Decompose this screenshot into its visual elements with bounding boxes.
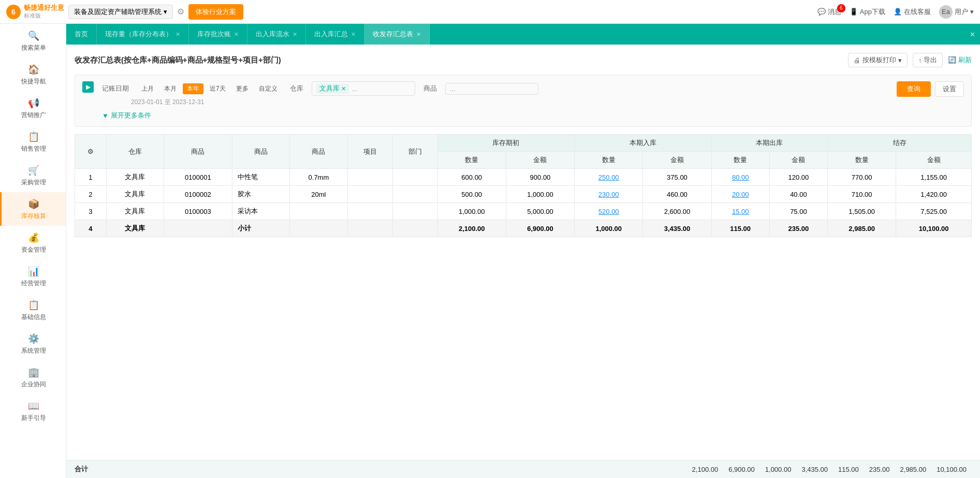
tab-recv-send[interactable]: 收发存汇总表 ✕ xyxy=(364,24,430,45)
user-item[interactable]: Ea 用户 ▾ xyxy=(939,5,974,19)
tab-home[interactable]: 首页 xyxy=(66,24,97,45)
row-out-qty[interactable]: 20.00 xyxy=(711,186,769,203)
row-out-qty[interactable]: 80.00 xyxy=(711,169,769,186)
sidebar-label-operation: 经营管理 xyxy=(21,279,46,288)
shortcut-7days[interactable]: 近7天 xyxy=(206,83,230,94)
experience-button[interactable]: 体验行业方案 xyxy=(188,4,243,20)
footer-totals: 2,100.00 6,900.00 1,000.00 3,435.00 115.… xyxy=(98,466,972,473)
tab-inventory-dist-label: 现存量（库存分布表） xyxy=(105,30,172,39)
row-dept xyxy=(392,169,437,186)
date-range-display: 2023-01-01 至 2023-12-31 xyxy=(131,98,204,107)
row-open-amt: 900.00 xyxy=(506,169,574,186)
col-header-in: 本期入库 xyxy=(575,135,712,152)
goods-filter-input[interactable]: ... xyxy=(445,83,538,95)
tab-inventory-dist-close[interactable]: ✕ xyxy=(175,31,180,38)
sidebar-item-sales[interactable]: 📋 销售管理 xyxy=(0,125,66,158)
goods-filter-more[interactable]: ... xyxy=(450,85,456,93)
sidebar-item-basic[interactable]: 📋 基础信息 xyxy=(0,293,66,327)
row-out-qty[interactable]: 15.00 xyxy=(711,203,769,220)
system-selector[interactable]: 装备及固定资产辅助管理系统 ▾ xyxy=(68,5,173,19)
export-icon: ↑ xyxy=(918,56,922,64)
warehouse-filter-input[interactable]: 文具库 ✕ ... xyxy=(312,81,415,96)
query-button[interactable]: 查询 xyxy=(897,81,931,97)
sidebar-item-search[interactable]: 🔍 搜索菜单 xyxy=(0,24,66,57)
logo-icon: 6 xyxy=(6,5,21,19)
message-item[interactable]: 💬 消息 6 xyxy=(817,7,841,17)
filter-row-1: 记账日期 上月 本月 本年 近7天 更多 自定义 仓库 xyxy=(102,81,893,96)
row-out-amt: 235.00 xyxy=(769,220,827,237)
tab-flow-close[interactable]: ✕ xyxy=(292,31,297,38)
sidebar-item-purchase[interactable]: 🛒 采购管理 xyxy=(0,158,66,192)
print-button[interactable]: 🖨 按模板打印 ▾ xyxy=(848,53,908,67)
sidebar-item-operation[interactable]: 📊 经营管理 xyxy=(0,259,66,293)
row-in-qty[interactable]: 250.00 xyxy=(575,169,643,186)
shortcut-this-year[interactable]: 本年 xyxy=(183,83,203,94)
row-bal-qty: 770.00 xyxy=(828,169,896,186)
row-spec: 20ml xyxy=(289,186,347,203)
row-bal-amt: 1,420.00 xyxy=(896,186,972,203)
tab-summary-close[interactable]: ✕ xyxy=(351,31,356,38)
total-open-amt: 6,900.00 xyxy=(723,466,760,473)
refresh-button[interactable]: 🔄 刷新 xyxy=(948,55,972,65)
total-in-amt: 3,435.00 xyxy=(796,466,833,473)
header-left: 6 畅捷通好生意 标准版 装备及固定资产辅助管理系统 ▾ ⚙ 体验行业方案 xyxy=(6,4,243,20)
tab-batch-close[interactable]: ✕ xyxy=(234,31,239,38)
app-download-item[interactable]: 📱 App下载 xyxy=(850,7,885,17)
table-row: 3 文具库 0100003 采访本 1,000.00 5,000.00 520.… xyxy=(75,203,972,220)
sidebar-item-quick-nav[interactable]: 🏠 快捷导航 xyxy=(0,57,66,91)
sidebar-item-inventory[interactable]: 📦 库存核算 xyxy=(0,192,66,226)
table-settings-header[interactable]: ⚙ xyxy=(75,135,107,169)
sidebar: 🔍 搜索菜单 🏠 快捷导航 📢 营销推广 📋 销售管理 🛒 采购管理 📦 库存核… xyxy=(0,24,66,478)
tab-summary[interactable]: 出入库汇总 ✕ xyxy=(306,24,364,45)
col-open-amt: 金额 xyxy=(506,152,574,169)
system-name: 装备及固定资产辅助管理系统 xyxy=(74,7,162,17)
set-button[interactable]: 设置 xyxy=(935,81,964,97)
user-dropdown-icon: ▾ xyxy=(970,8,974,16)
page-title-row: 收发存汇总表(按仓库+商品编码+商品+规格型号+项目+部门) 🖨 按模板打印 ▾… xyxy=(75,53,972,67)
tab-flow-label: 出入库流水 xyxy=(256,30,289,39)
tab-batch[interactable]: 库存批次账 ✕ xyxy=(189,24,247,45)
row-name: 中性笔 xyxy=(232,169,290,186)
row-dept xyxy=(392,220,437,237)
warehouse-filter-more[interactable]: ... xyxy=(352,85,358,93)
col-header-goods-name: 商品 xyxy=(232,135,290,169)
shortcut-custom[interactable]: 自定义 xyxy=(255,83,282,94)
row-in-amt: 2,600.00 xyxy=(643,203,711,220)
page-content: 收发存汇总表(按仓库+商品编码+商品+规格型号+项目+部门) 🖨 按模板打印 ▾… xyxy=(66,45,980,460)
user-label: 用户 xyxy=(955,7,968,17)
total-label: 合计 xyxy=(75,465,88,474)
row-in-qty[interactable]: 230.00 xyxy=(575,186,643,203)
total-bal-qty: 2,985.00 xyxy=(895,466,932,473)
warehouse-tag: 文具库 ✕ xyxy=(316,83,349,94)
row-open-qty: 500.00 xyxy=(437,186,506,203)
sidebar-item-guide[interactable]: 📖 新手引导 xyxy=(0,394,66,428)
shortcut-this-month[interactable]: 本月 xyxy=(160,83,181,94)
total-open-qty: 2,100.00 xyxy=(687,466,724,473)
close-all-tabs[interactable]: ✕ xyxy=(964,24,980,45)
shortcut-more[interactable]: 更多 xyxy=(232,83,253,94)
sidebar-item-system[interactable]: ⚙️ 系统管理 xyxy=(0,327,66,360)
settings-icon[interactable]: ⚙ xyxy=(177,7,184,17)
enterprise-icon: 🏢 xyxy=(28,367,39,378)
warehouse-tag-remove[interactable]: ✕ xyxy=(341,85,346,92)
row-bal-amt: 1,155.00 xyxy=(896,169,972,186)
app-download-label: App下载 xyxy=(860,7,885,17)
row-in-qty[interactable]: 520.00 xyxy=(575,203,643,220)
online-service-item[interactable]: 👤 在线客服 xyxy=(894,7,931,17)
tab-home-label: 首页 xyxy=(75,30,88,39)
tab-inventory-dist[interactable]: 现存量（库存分布表） ✕ xyxy=(97,24,189,45)
sidebar-item-enterprise[interactable]: 🏢 企业协同 xyxy=(0,360,66,394)
bottom-footer: 合计 2,100.00 6,900.00 1,000.00 3,435.00 1… xyxy=(66,460,980,478)
export-button[interactable]: ↑ 导出 xyxy=(913,53,943,67)
filter-toggle[interactable]: ▶ xyxy=(82,81,94,93)
tab-flow[interactable]: 出入库流水 ✕ xyxy=(247,24,306,45)
basic-icon: 📋 xyxy=(28,299,39,311)
expand-conditions[interactable]: ▼ 展开更多条件 xyxy=(102,111,893,120)
row-open-qty: 2,100.00 xyxy=(437,220,506,237)
logo-text-block: 畅捷通好生意 标准版 xyxy=(24,4,64,20)
shortcut-last-month[interactable]: 上月 xyxy=(137,83,158,94)
sidebar-item-marketing[interactable]: 📢 营销推广 xyxy=(0,91,66,125)
sidebar-item-finance[interactable]: 💰 资金管理 xyxy=(0,226,66,259)
tab-recv-send-close[interactable]: ✕ xyxy=(416,31,421,38)
col-header-warehouse: 仓库 xyxy=(106,135,164,169)
